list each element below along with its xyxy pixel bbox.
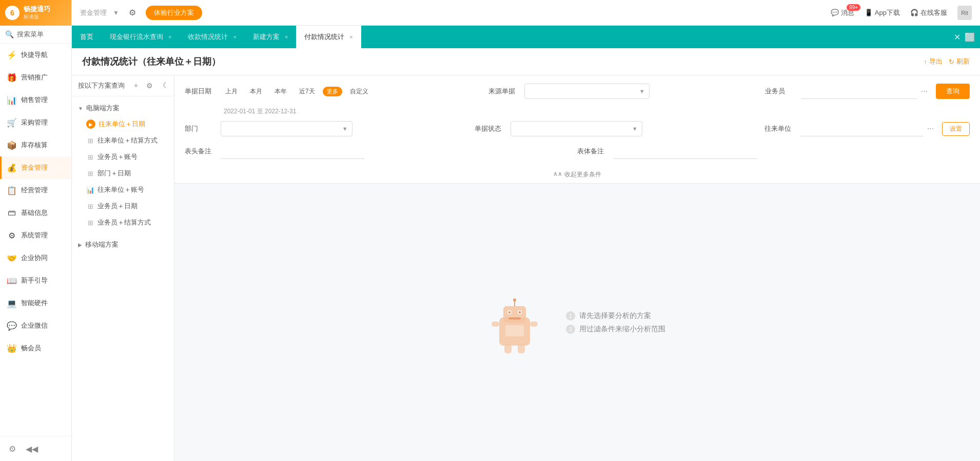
- scheme-item-salesman-date[interactable]: ⊞ 业务员＋日期: [72, 198, 174, 214]
- tab-close-bank-flow[interactable]: ×: [168, 34, 171, 40]
- counterpart-input[interactable]: [800, 121, 923, 136]
- date-btn-this-year[interactable]: 本年: [270, 86, 291, 97]
- sidebar-item-basic[interactable]: 🗃 基础信息: [0, 202, 71, 224]
- date-btn-more[interactable]: 更多: [323, 87, 342, 96]
- sidebar-item-guide[interactable]: 📖 新手引导: [0, 269, 71, 292]
- date-options: 上月 本月 本年 近7天 更多 自定义: [221, 86, 373, 97]
- export-button[interactable]: ↑ 导出: [924, 57, 943, 66]
- sidebar-item-finance[interactable]: 💰 资金管理: [0, 156, 71, 179]
- settings-icon[interactable]: ⚙: [5, 442, 19, 456]
- tab-close-new-scheme[interactable]: ×: [285, 34, 288, 40]
- sidebar-item-enterprise[interactable]: 🤝 企业协同: [0, 247, 71, 269]
- query-button[interactable]: 查询: [936, 84, 970, 99]
- date-range-text: 2022-01-01 至 2022-12-31: [224, 108, 296, 115]
- sidebar-item-sales[interactable]: 📊 销售管理: [0, 89, 71, 111]
- enterprise-icon: 🤝: [7, 253, 17, 263]
- add-scheme-icon[interactable]: ＋: [131, 81, 141, 91]
- sidebar-item-marketing[interactable]: 🎁 营销推广: [0, 66, 71, 89]
- date-btn-last-month[interactable]: 上月: [221, 86, 242, 97]
- dept-select-arrow: ▼: [342, 126, 348, 132]
- salesman-label: 业务员: [765, 87, 801, 96]
- sidebar-item-member[interactable]: 👑 畅会员: [0, 337, 71, 359]
- source-select[interactable]: ▼: [524, 84, 650, 99]
- sidebar-item-wechat[interactable]: 💬 企业微信: [0, 314, 71, 337]
- svg-rect-9: [492, 322, 499, 327]
- app-download-action[interactable]: 📱 App下载: [865, 8, 900, 17]
- counterpart-dots[interactable]: ···: [927, 124, 934, 133]
- page-title: 付款情况统计（往来单位＋日期）: [82, 55, 924, 68]
- body-note-input[interactable]: [613, 144, 757, 159]
- date-btn-7days[interactable]: 近7天: [295, 86, 320, 97]
- tab-close-all-icon[interactable]: ✕: [954, 32, 961, 42]
- scheme-item-unit-account[interactable]: 📊 往来单位＋账号: [72, 182, 174, 198]
- sidebar-item-system[interactable]: ⚙ 系统管理: [0, 224, 71, 247]
- salesman-input[interactable]: [801, 84, 917, 99]
- header-settings-icon[interactable]: ⚙: [125, 6, 140, 20]
- header-breadcrumb: 资金管理: [80, 8, 107, 17]
- sidebar-search[interactable]: 🔍 搜索菜单: [0, 26, 71, 44]
- filter-row-2: 部门 ▼ 单据状态 ▼ 往来单位: [185, 121, 970, 136]
- dropdown-arrow-icon[interactable]: ▼: [113, 9, 119, 16]
- scheme-mobile-title[interactable]: ▶ 移动端方案: [72, 237, 174, 252]
- scheme-item-salesman-account[interactable]: ⊞ 业务员＋账号: [72, 149, 174, 165]
- message-action[interactable]: 💬 消息 99+: [831, 8, 854, 17]
- date-btn-this-month[interactable]: 本月: [245, 86, 267, 97]
- sidebar-item-hardware[interactable]: 💻 智能硬件: [0, 292, 71, 314]
- scheme-item-unit-payment[interactable]: ⊞ 往来单位＋结算方式: [72, 132, 174, 149]
- tab-bank-flow[interactable]: 现金银行流水查询 ×: [102, 26, 180, 48]
- status-label: 单据状态: [475, 124, 511, 133]
- tab-bar-actions: ✕ ⬜: [949, 32, 980, 42]
- message-icon: 💬: [831, 9, 839, 16]
- trial-button[interactable]: 体验行业方案: [146, 6, 202, 20]
- tab-close-payment-pay[interactable]: ×: [349, 34, 352, 40]
- purchase-icon: 🛒: [7, 117, 17, 128]
- collapse-bar[interactable]: ∧∧ 收起更多条件: [185, 166, 970, 183]
- filter-pane: 单据日期 上月 本月 本年 近7天 更多 自定义 来源单据: [174, 75, 980, 461]
- empty-hint-2: 2 用过滤条件来缩小分析范围: [566, 325, 665, 334]
- collapse-sidebar-icon[interactable]: ◀◀: [25, 442, 39, 456]
- sidebar-item-operation[interactable]: 📋 经营管理: [0, 179, 71, 202]
- header-note-input[interactable]: [221, 144, 364, 159]
- setting-button[interactable]: 设置: [942, 122, 970, 136]
- scheme-settings-icon[interactable]: ⚙: [144, 81, 154, 91]
- tab-maximize-icon[interactable]: ⬜: [965, 32, 975, 42]
- sales-icon: 📊: [7, 95, 17, 105]
- sidebar-logo: 6 畅捷通巧 标准版: [0, 0, 71, 26]
- sidebar-item-purchase[interactable]: 🛒 采购管理: [0, 111, 71, 134]
- search-icon: 🔍: [5, 30, 14, 38]
- service-icon: 🎧: [910, 9, 918, 16]
- scheme-item-unit-date[interactable]: ▶ 往来单位＋日期: [72, 116, 174, 132]
- export-icon: ↑: [924, 58, 928, 66]
- user-avatar[interactable]: Rit: [957, 6, 972, 20]
- date-btn-custom[interactable]: 自定义: [345, 86, 373, 97]
- tab-payment-pay[interactable]: 付款情况统计 ×: [296, 26, 361, 48]
- svg-rect-1: [503, 306, 526, 323]
- dept-select[interactable]: ▼: [221, 121, 352, 136]
- status-select[interactable]: ▼: [511, 121, 642, 136]
- sidebar-item-quick-nav[interactable]: ⚡ 快捷导航: [0, 44, 71, 66]
- svg-rect-12: [518, 344, 525, 353]
- online-service-action[interactable]: 🎧 在线客服: [910, 8, 947, 17]
- logo-text: 畅捷通巧 标准版: [24, 5, 50, 21]
- scheme-active-icon: ▶: [86, 119, 95, 129]
- salesman-dots[interactable]: ···: [921, 87, 928, 96]
- svg-point-6: [508, 311, 511, 313]
- empty-text-list: 1 请先选择要分析的方案 2 用过滤条件来缩小分析范围: [566, 311, 665, 334]
- wechat-icon: 💬: [7, 320, 17, 331]
- scheme-grid-icon-2: ⊞: [86, 153, 94, 161]
- refresh-button[interactable]: ↻ 刷新: [949, 57, 970, 66]
- tab-close-payment-stat[interactable]: ×: [233, 34, 236, 40]
- svg-point-7: [519, 311, 521, 313]
- scheme-item-dept-date[interactable]: ⊞ 部门＋日期: [72, 165, 174, 182]
- collapse-scheme-icon[interactable]: 《: [158, 81, 168, 91]
- tab-payment-stat[interactable]: 收款情况统计 ×: [180, 26, 244, 48]
- tab-home[interactable]: 首页: [72, 26, 102, 48]
- scheme-item-salesman-payment[interactable]: ⊞ 业务员＋结算方式: [72, 214, 174, 231]
- two-pane: 按以下方案查询 ＋ ⚙ 《 ▼ 电脑端方案 ▶ 往来单位＋日期: [72, 75, 980, 461]
- sidebar-item-inventory[interactable]: 📦 库存核算: [0, 134, 71, 156]
- scheme-pane: 按以下方案查询 ＋ ⚙ 《 ▼ 电脑端方案 ▶ 往来单位＋日期: [72, 75, 174, 461]
- scheme-desktop-title[interactable]: ▼ 电脑端方案: [72, 101, 174, 116]
- marketing-icon: 🎁: [7, 72, 17, 83]
- tab-new-scheme[interactable]: 新建方案 ×: [245, 26, 296, 48]
- date-label: 单据日期: [185, 87, 221, 96]
